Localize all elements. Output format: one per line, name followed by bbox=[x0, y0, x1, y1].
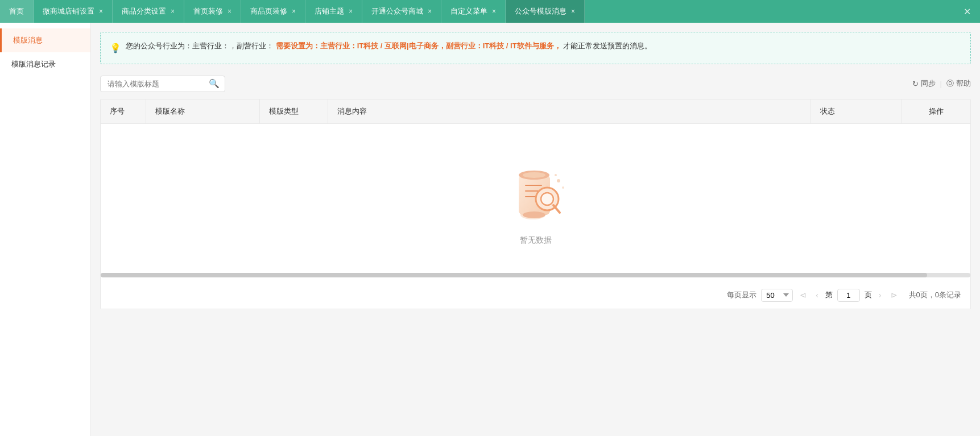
help-icon: ⓪ bbox=[946, 78, 954, 89]
scrollbar-thumb bbox=[101, 273, 927, 277]
page-next-button[interactable]: › bbox=[876, 289, 884, 301]
toolbar-right: ↻ 同步 | ⓪ 帮助 bbox=[912, 78, 971, 89]
tab-custommenu[interactable]: 自定义菜单 × bbox=[441, 0, 506, 23]
tab-template[interactable]: 公众号模版消息 × bbox=[506, 0, 585, 23]
help-button[interactable]: ⓪ 帮助 bbox=[946, 78, 971, 89]
page-size-select[interactable]: 50 10 20 100 bbox=[761, 289, 793, 302]
col-header-action: 操作 bbox=[902, 99, 970, 123]
toolbar-divider: | bbox=[940, 80, 942, 88]
svg-point-4 bbox=[523, 172, 545, 178]
table-header: 序号 模版名称 模版类型 消息内容 状态 操作 bbox=[101, 99, 970, 124]
tab-template-close[interactable]: × bbox=[571, 7, 575, 15]
tab-weshop-close[interactable]: × bbox=[99, 7, 103, 15]
tab-custommenu-close[interactable]: × bbox=[492, 7, 496, 15]
notice-highlight: 需要设置为：主营行业：IT科技 / 互联网|电子商务，副营行业：IT科技 / I… bbox=[276, 41, 561, 50]
page-first-button[interactable]: ⊲ bbox=[797, 289, 809, 301]
sync-label: 同步 bbox=[921, 78, 936, 89]
col-header-seq: 序号 bbox=[101, 99, 146, 123]
page-number-input[interactable] bbox=[837, 289, 860, 302]
notice-prefix: 您的公众号行业为：主营行业：，副营行业： bbox=[126, 41, 274, 50]
tab-theme-label: 店铺主题 bbox=[315, 6, 344, 16]
search-input[interactable] bbox=[100, 76, 225, 92]
sidebar-item-template-msg[interactable]: 模版消息 bbox=[0, 28, 90, 52]
notice-box: 💡 您的公众号行业为：主营行业：，副营行业： 需要设置为：主营行业：IT科技 /… bbox=[100, 32, 971, 64]
tab-template-label: 公众号模版消息 bbox=[515, 6, 567, 16]
sync-button[interactable]: ↻ 同步 bbox=[912, 78, 936, 89]
notice-icon: 💡 bbox=[110, 41, 121, 56]
sidebar: 模版消息 模版消息记录 bbox=[0, 23, 91, 436]
tab-theme-close[interactable]: × bbox=[349, 7, 353, 15]
tab-product[interactable]: 商品页装修 × bbox=[241, 0, 305, 23]
svg-point-14 bbox=[562, 186, 564, 189]
tab-homepage[interactable]: 首页装修 × bbox=[184, 0, 241, 23]
main-content: 💡 您的公众号行业为：主营行业：，副营行业： 需要设置为：主营行业：IT科技 /… bbox=[91, 23, 980, 436]
tab-mall[interactable]: 开通公众号商城 × bbox=[362, 0, 441, 23]
tab-homepage-close[interactable]: × bbox=[228, 7, 231, 15]
tab-weshop-label: 微商城店铺设置 bbox=[43, 6, 94, 16]
page-size-label: 每页显示 bbox=[727, 290, 756, 300]
sidebar-item-template-log-label: 模版消息记录 bbox=[11, 60, 56, 68]
tab-category-close[interactable]: × bbox=[171, 7, 175, 15]
col-header-content: 消息内容 bbox=[328, 99, 811, 123]
tab-custommenu-label: 自定义菜单 bbox=[450, 6, 487, 16]
page-word2: 页 bbox=[865, 290, 872, 300]
tab-weshop[interactable]: 微商城店铺设置 × bbox=[34, 0, 113, 23]
tab-category-label: 商品分类设置 bbox=[122, 6, 166, 16]
data-table: 序号 模版名称 模版类型 消息内容 状态 操作 bbox=[100, 99, 971, 309]
empty-text: 暂无数据 bbox=[520, 235, 552, 246]
empty-state: 暂无数据 bbox=[101, 124, 970, 268]
col-header-type: 模版类型 bbox=[260, 99, 328, 123]
search-input-wrap: 🔍 bbox=[100, 76, 225, 92]
sync-icon: ↻ bbox=[912, 80, 919, 88]
tab-mall-close[interactable]: × bbox=[428, 7, 432, 15]
tab-product-close[interactable]: × bbox=[292, 7, 296, 15]
empty-illustration bbox=[502, 158, 570, 226]
layout: 模版消息 模版消息记录 💡 您的公众号行业为：主营行业：，副营行业： 需要设置为… bbox=[0, 23, 980, 436]
tab-category[interactable]: 商品分类设置 × bbox=[113, 0, 184, 23]
tab-mall-label: 开通公众号商城 bbox=[371, 6, 423, 16]
search-button[interactable]: 🔍 bbox=[209, 78, 220, 89]
sidebar-item-template-msg-label: 模版消息 bbox=[13, 36, 43, 44]
help-label: 帮助 bbox=[956, 78, 971, 89]
pagination-info: 共0页，0条记录 bbox=[909, 290, 961, 300]
page-last-button[interactable]: ⊳ bbox=[888, 289, 900, 301]
tab-product-label: 商品页装修 bbox=[250, 6, 287, 16]
col-header-name: 模版名称 bbox=[146, 99, 260, 123]
sidebar-item-template-log[interactable]: 模版消息记录 bbox=[0, 52, 90, 76]
svg-point-10 bbox=[540, 192, 555, 206]
close-all-button[interactable]: ✕ bbox=[954, 6, 980, 17]
svg-point-13 bbox=[557, 179, 560, 182]
tab-bar: 首页 微商城店铺设置 × 商品分类设置 × 首页装修 × 商品页装修 × 店铺主… bbox=[0, 0, 980, 23]
svg-point-5 bbox=[523, 211, 545, 218]
tab-home[interactable]: 首页 bbox=[0, 0, 34, 23]
notice-suffix: 才能正常发送预置的消息。 bbox=[563, 41, 652, 50]
col-header-status: 状态 bbox=[811, 99, 902, 123]
svg-point-15 bbox=[555, 174, 557, 176]
page-prev-button[interactable]: ‹ bbox=[813, 289, 821, 301]
tab-home-label: 首页 bbox=[9, 6, 24, 16]
horizontal-scrollbar[interactable] bbox=[101, 273, 970, 277]
search-bar: 🔍 ↻ 同步 | ⓪ 帮助 bbox=[100, 76, 971, 92]
tab-homepage-label: 首页装修 bbox=[193, 6, 223, 16]
tab-theme[interactable]: 店铺主题 × bbox=[305, 0, 362, 23]
pagination: 每页显示 50 10 20 100 ⊲ ‹ 第 页 › ⊳ 共0页，0条记录 bbox=[101, 282, 970, 309]
notice-text: 您的公众号行业为：主营行业：，副营行业： 需要设置为：主营行业：IT科技 / 互… bbox=[126, 40, 652, 52]
page-word: 第 bbox=[825, 290, 833, 300]
